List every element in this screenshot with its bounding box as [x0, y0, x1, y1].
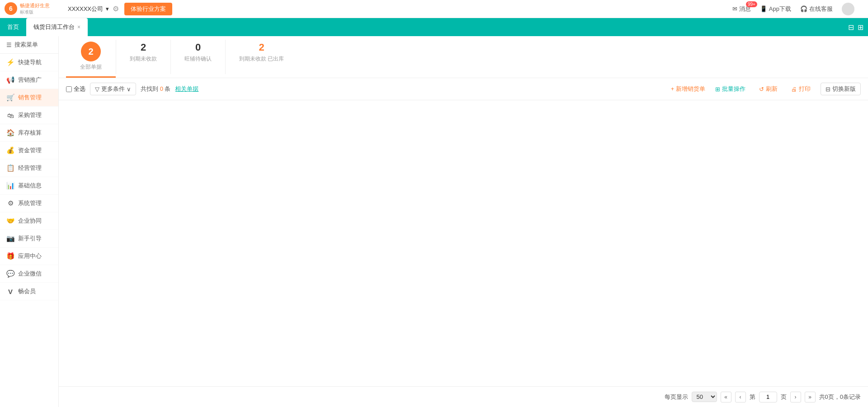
refresh-icon: ↺ [759, 86, 764, 93]
related-link[interactable]: 相关单据 [175, 85, 198, 93]
switch-new-version-button[interactable]: ⊟ 切换新版 [821, 83, 861, 95]
company-selector[interactable]: XXXXXX公司 ▾ [68, 5, 109, 13]
sidebar-label: 营销推广 [18, 76, 42, 84]
trial-button[interactable]: 体验行业方案 [124, 3, 172, 15]
tab-cashflow[interactable]: 钱货日清工作台 × [26, 18, 88, 36]
sidebar-item-app-center[interactable]: 🎁 应用中心 [0, 248, 58, 265]
avatar[interactable] [842, 3, 854, 15]
tab-actions: ⊟ ⊞ [848, 23, 868, 32]
tab-maximize-button[interactable]: ⊞ [858, 23, 863, 32]
logo-icon: 6 [5, 2, 17, 15]
add-sale-button[interactable]: + 新增销货单 [671, 85, 705, 93]
refresh-button[interactable]: ↺ 刷新 [755, 83, 781, 95]
cart-icon: 🛒 [6, 94, 14, 102]
print-button[interactable]: 🖨 打印 [788, 83, 814, 95]
main-content: 2 全部单据 2 到期未收款 0 旺辅待确认 2 到期未收款 已出库 [59, 36, 868, 407]
sidebar-item-operation[interactable]: 📋 经营管理 [0, 159, 58, 177]
search-label: 搜索菜单 [14, 41, 38, 49]
app-header: 6 畅捷通好生意 标准版 XXXXXX公司 ▾ ⚙ 体验行业方案 ✉ 消息 99… [0, 0, 868, 18]
online-service-button[interactable]: 🎧 在线客服 [800, 5, 833, 13]
next-page-button[interactable]: › [790, 392, 801, 402]
total-records: 共0页，0条记录 [819, 393, 861, 401]
settings-icon[interactable]: ⚙ [113, 5, 119, 13]
stat-num-pending: 0 [195, 42, 201, 53]
select-all-checkbox[interactable]: 全选 [66, 85, 85, 93]
page-suffix: 页 [781, 393, 787, 401]
filter-button[interactable]: ▽ 更多条件 ∨ [90, 83, 136, 95]
home-tab-label: 首页 [7, 23, 19, 31]
toolbar: 全选 ▽ 更多条件 ∨ 共找到 0 条 相关单据 + 新增销货单 ⊞ 批 [59, 78, 868, 100]
sidebar-item-sales[interactable]: 🛒 销售管理 [0, 89, 58, 107]
company-name: XXXXXX公司 [68, 5, 103, 13]
stat-label-overdue-shipped: 到期未收款 已出库 [239, 55, 284, 63]
toolbar-left: 全选 ▽ 更多条件 ∨ 共找到 0 条 相关单据 [66, 83, 198, 95]
sidebar-label: 资金管理 [18, 146, 42, 154]
sidebar-label: 应用中心 [18, 252, 42, 260]
message-button[interactable]: ✉ 消息 99+ [732, 5, 751, 13]
found-text: 共找到 0 条 [141, 85, 170, 93]
sidebar-label: 销售管理 [18, 94, 42, 102]
sidebar-item-marketing[interactable]: 📢 营销推广 [0, 71, 58, 89]
stat-num-overdue-shipped: 2 [259, 42, 264, 53]
main-layout: ☰ 搜索菜单 ⚡ 快捷导航 📢 营销推广 🛒 销售管理 🛍 采购管理 🏠 库存核… [0, 36, 868, 407]
stat-tab-all[interactable]: 2 全部单据 [66, 36, 116, 78]
page-input[interactable] [759, 392, 777, 402]
per-page-label: 每页显示 [665, 393, 688, 401]
prev-page-button[interactable]: ‹ [735, 392, 746, 402]
checkbox-input[interactable] [66, 86, 72, 92]
sidebar-item-basic-info[interactable]: 📊 基础信息 [0, 177, 58, 195]
sidebar-item-vip[interactable]: V 畅会员 [0, 283, 58, 300]
first-page-button[interactable]: « [721, 392, 731, 402]
select-all-label: 全选 [74, 85, 85, 93]
logo-area: 6 畅捷通好生意 标准版 [5, 2, 63, 15]
gear-icon: ⚙ [6, 199, 14, 207]
phone-icon: 📱 [760, 5, 767, 12]
sidebar: ☰ 搜索菜单 ⚡ 快捷导航 📢 营销推广 🛒 销售管理 🛍 采购管理 🏠 库存核… [0, 36, 59, 407]
stat-tab-pending[interactable]: 0 旺辅待确认 [171, 36, 225, 78]
stat-tab-overdue-shipped[interactable]: 2 到期未收款 已出库 [226, 36, 297, 78]
headset-icon: 🎧 [800, 5, 807, 12]
sidebar-item-system[interactable]: ⚙ 系统管理 [0, 195, 58, 212]
close-icon[interactable]: × [77, 24, 80, 30]
money-icon: 💰 [6, 146, 14, 154]
clipboard-icon: 📋 [6, 164, 14, 172]
refresh-label: 刷新 [766, 85, 778, 93]
brand-name: 畅捷通好生意 [20, 2, 50, 9]
chat-icon: 💬 [6, 270, 14, 278]
sidebar-item-purchase[interactable]: 🛍 采购管理 [0, 107, 58, 124]
sidebar-label: 企业微信 [18, 270, 42, 278]
last-page-button[interactable]: » [805, 392, 816, 402]
sidebar-item-guide[interactable]: 📷 新手引导 [0, 230, 58, 248]
stat-tab-overdue[interactable]: 2 到期未收款 [116, 36, 170, 78]
switch-icon: ⊟ [826, 86, 830, 93]
tab-home[interactable]: 首页 [0, 18, 26, 36]
cashflow-tab-label: 钱货日清工作台 [33, 23, 75, 31]
sidebar-label: 经营管理 [18, 164, 42, 172]
tab-bar: 首页 钱货日清工作台 × ⊟ ⊞ [0, 18, 868, 36]
sidebar-item-weixin[interactable]: 💬 企业微信 [0, 265, 58, 283]
sidebar-label: 采购管理 [18, 111, 42, 119]
sidebar-search[interactable]: ☰ 搜索菜单 [0, 36, 58, 54]
batch-ops-button[interactable]: ⊞ 批量操作 [712, 83, 749, 95]
brand-tag: 标准版 [20, 9, 50, 15]
app-label: App下载 [769, 5, 791, 13]
stat-num-overdue: 2 [141, 42, 146, 53]
message-icon: ✉ [732, 5, 737, 12]
print-label: 打印 [799, 85, 811, 93]
sidebar-item-capital[interactable]: 💰 资金管理 [0, 142, 58, 159]
found-count: 0 [160, 85, 163, 92]
chevron-down-icon: ▾ [106, 5, 109, 12]
sidebar-item-enterprise[interactable]: 🤝 企业协同 [0, 212, 58, 230]
flash-icon: ⚡ [6, 58, 14, 66]
sidebar-item-quick-nav[interactable]: ⚡ 快捷导航 [0, 54, 58, 71]
app-download-button[interactable]: 📱 App下载 [760, 5, 791, 13]
tab-minimize-button[interactable]: ⊟ [848, 23, 854, 32]
per-page-select[interactable]: 50 100 200 [692, 392, 717, 402]
header-right: ✉ 消息 99+ 📱 App下载 🎧 在线客服 [732, 3, 863, 15]
sidebar-item-inventory[interactable]: 🏠 库存核算 [0, 124, 58, 142]
message-badge: 99+ [746, 1, 757, 7]
stat-label-overdue: 到期未收款 [130, 55, 157, 63]
page-label: 第 [750, 393, 755, 401]
sidebar-label: 库存核算 [18, 129, 42, 137]
pagination: 每页显示 50 100 200 « ‹ 第 页 › » 共0页，0条记录 [59, 386, 868, 407]
